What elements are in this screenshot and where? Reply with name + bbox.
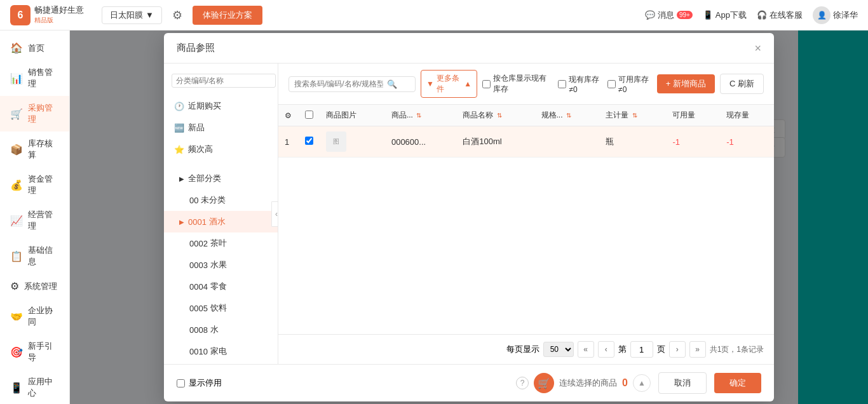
- modal-body: 🔍 ‹‹ 🕐 近期购买 🆕 新品: [164, 64, 774, 364]
- confirm-button[interactable]: 确定: [714, 373, 761, 393]
- cat-item-0005[interactable]: 0005 饮料: [164, 297, 278, 319]
- warehouse-display-checkbox[interactable]: 按仓库显示现有库存: [482, 73, 553, 95]
- modal-header: 商品参照 ×: [164, 33, 774, 64]
- cat-item-0008[interactable]: 0008 水: [164, 319, 278, 340]
- sidebar-item-system[interactable]: ⚙ 系统管理: [0, 274, 69, 299]
- settings-col-icon[interactable]: ⚙: [285, 111, 292, 120]
- help-icon[interactable]: ?: [516, 377, 529, 389]
- select-all-checkbox[interactable]: [305, 111, 313, 119]
- logo-text: 畅捷通好生意 精品版: [34, 5, 84, 25]
- row-checkbox[interactable]: [305, 137, 313, 145]
- user-nav-item[interactable]: 👤 徐泽华: [813, 6, 858, 24]
- first-page-button[interactable]: «: [578, 341, 594, 358]
- headset-icon: 🎧: [757, 10, 767, 20]
- sidebar-item-home[interactable]: 🏠 首页: [0, 36, 69, 60]
- sidebar-item-purchase[interactable]: 🛒 采购管理: [0, 96, 69, 131]
- experience-button[interactable]: 体验行业方案: [193, 6, 262, 25]
- sidebar-item-inventory[interactable]: 📦 库存核算: [0, 131, 69, 167]
- sidebar-item-operations[interactable]: 📈 经营管理: [0, 203, 69, 238]
- cat-item-0001[interactable]: ▶ 0001 酒水: [164, 211, 278, 232]
- system-icon: ⚙: [10, 280, 19, 292]
- search-icon[interactable]: 🔍: [387, 79, 397, 89]
- recent-purchase-nav[interactable]: 🕐 近期购买: [164, 95, 278, 117]
- expand-icon: ▶: [179, 175, 184, 182]
- sort-icon-name: ⇅: [497, 112, 502, 119]
- col-name[interactable]: 商品名称 ⇅: [456, 105, 534, 126]
- sidebar-item-guide[interactable]: 🎯 新手引导: [0, 334, 69, 370]
- sort-icon-spec: ⇅: [566, 112, 571, 119]
- stock-checkbox-input[interactable]: [558, 80, 566, 88]
- row-seq: 1: [278, 126, 299, 158]
- new-product-nav[interactable]: 🆕 新品: [164, 117, 278, 138]
- sidebar-item-enterprise[interactable]: 🤝 企业协同: [0, 299, 69, 334]
- online-service-nav-item[interactable]: 🎧 在线客服: [757, 10, 803, 21]
- modal-overlay: 商品参照 × 🔍 ‹‹ 🕐: [70, 30, 868, 404]
- product-search-box[interactable]: 🔍: [288, 76, 416, 92]
- next-page-button[interactable]: ›: [669, 341, 686, 358]
- row-image-cell: 图: [320, 126, 385, 158]
- row-stock: -1: [720, 126, 774, 158]
- category-search-input[interactable]: [172, 74, 276, 88]
- product-search-input[interactable]: [294, 79, 383, 88]
- frequent-nav[interactable]: ⭐ 频次高: [164, 138, 278, 160]
- sidebar-item-basic-info[interactable]: 📋 基础信息: [0, 238, 69, 274]
- warehouse-checkbox-input[interactable]: [482, 80, 491, 88]
- recent-icon: 🕐: [174, 102, 184, 111]
- message-nav-item[interactable]: 💬 消息 99+: [645, 10, 693, 21]
- table-row[interactable]: 1 图 000600... 白酒100ml: [278, 126, 774, 158]
- nav-right: 💬 消息 99+ 📱 App下载 🎧 在线客服 👤 徐泽华: [645, 6, 858, 24]
- enterprise-icon: 🤝: [10, 311, 23, 323]
- col-code[interactable]: 商品... ⇅: [385, 105, 456, 126]
- cat-item-0003[interactable]: 0003 水果: [164, 254, 278, 276]
- collapse-sidebar-button[interactable]: ‹‹: [271, 201, 278, 227]
- show-disabled-checkbox[interactable]: 显示停用: [177, 377, 222, 389]
- row-available: -1: [666, 126, 720, 158]
- cat-item-00[interactable]: 00 未分类: [164, 189, 278, 211]
- col-available: 可用量: [666, 105, 720, 126]
- available-nonzero-checkbox[interactable]: 可用库存≠0: [607, 74, 652, 94]
- product-thumbnail: 图: [326, 131, 346, 152]
- row-spec: [535, 126, 600, 158]
- cart-icon[interactable]: 🛒: [534, 373, 554, 393]
- filter-icon: ▼: [426, 79, 434, 88]
- stock-nonzero-checkbox[interactable]: 现有库存≠0: [558, 74, 602, 94]
- col-stock: 现存量: [720, 105, 774, 126]
- row-checkbox-cell[interactable]: [299, 126, 320, 158]
- col-unit[interactable]: 主计量 ⇅: [599, 105, 666, 126]
- prev-page-button[interactable]: ‹: [598, 341, 614, 358]
- settings-icon[interactable]: ⚙: [172, 8, 182, 22]
- chevron-down-icon: ▼: [146, 10, 154, 20]
- page-unit: 页: [657, 344, 665, 355]
- frequent-icon: ⭐: [174, 145, 184, 154]
- product-reference-modal: 商品参照 × 🔍 ‹‹ 🕐: [164, 33, 774, 401]
- inventory-icon: 📦: [10, 144, 23, 156]
- sidebar-item-sales[interactable]: 📊 销售管理: [0, 60, 69, 96]
- refresh-button[interactable]: C 刷新: [720, 74, 764, 94]
- cat-all[interactable]: ▶ 全部分类: [164, 168, 278, 189]
- expand-icon-0001: ▶: [179, 219, 184, 226]
- modal-close-button[interactable]: ×: [754, 43, 761, 54]
- logo: 6 畅捷通好生意 精品版: [10, 5, 84, 25]
- add-product-button[interactable]: + 新增商品: [657, 74, 715, 93]
- available-checkbox-input[interactable]: [607, 80, 616, 88]
- cancel-button[interactable]: 取消: [658, 372, 707, 394]
- cat-item-0002[interactable]: 0002 茶叶: [164, 232, 278, 254]
- sidebar-item-apps[interactable]: 📱 应用中心: [0, 370, 69, 404]
- last-page-button[interactable]: »: [689, 341, 706, 358]
- phone-icon: 📱: [703, 10, 713, 20]
- app-download-nav-item[interactable]: 📱 App下载: [703, 10, 747, 21]
- col-spec[interactable]: 规格... ⇅: [535, 105, 600, 126]
- apps-icon: 📱: [10, 382, 23, 394]
- modal-toolbar: 🔍 ▼ 更多条件 ▲ 按仓库显示现有库存: [278, 64, 774, 105]
- category-search[interactable]: 🔍: [164, 69, 278, 93]
- page-number-input[interactable]: [630, 341, 653, 358]
- cat-item-0004[interactable]: 0004 零食: [164, 276, 278, 297]
- more-filter-button[interactable]: ▼ 更多条件 ▲: [421, 70, 477, 98]
- page-size-select[interactable]: 50: [543, 342, 574, 357]
- sidebar-item-finance[interactable]: 💰 资金管理: [0, 167, 69, 203]
- cat-item-0010[interactable]: 0010 家电: [164, 340, 278, 362]
- footer-collapse-button[interactable]: ▲: [633, 374, 651, 392]
- home-icon: 🏠: [10, 42, 23, 54]
- show-disabled-input[interactable]: [177, 379, 185, 387]
- company-selector[interactable]: 日太阳膜 ▼: [102, 6, 162, 24]
